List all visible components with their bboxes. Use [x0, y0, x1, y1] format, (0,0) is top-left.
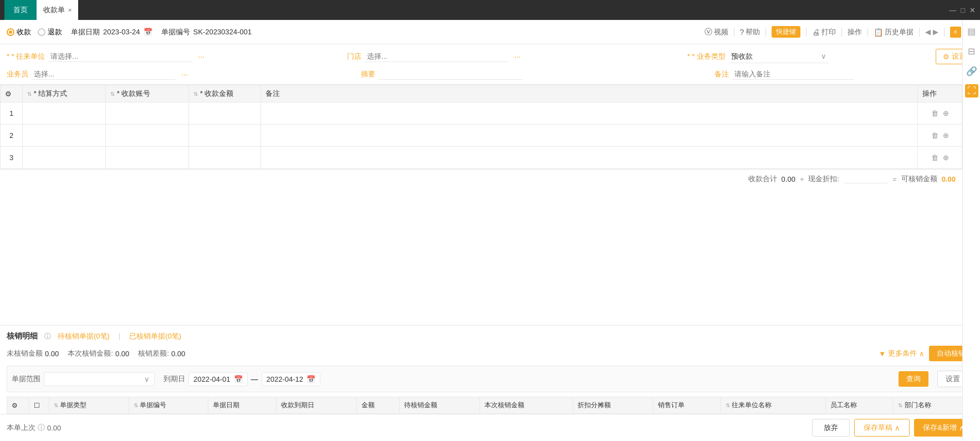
draft-arrow-icon: ∧: [895, 424, 900, 432]
row-2-settle[interactable]: [23, 125, 106, 147]
row-3-amount[interactable]: [189, 147, 261, 169]
row-1-action: 🗑 ⊕: [918, 102, 962, 125]
draft-button[interactable]: 保存草稿 ∧: [854, 419, 910, 437]
shop-input[interactable]: [365, 51, 509, 62]
row-1-settle[interactable]: [23, 102, 106, 125]
partner-input[interactable]: [48, 51, 192, 62]
bt-col-staff: 员工名称: [825, 397, 893, 414]
hx-tabs: 待核销单据(0笔) | 已核销单据(0笔): [58, 331, 181, 341]
bottom-info: 本单上次 ⓘ 0.00: [7, 423, 61, 433]
window-controls: — □ ✕: [949, 6, 976, 14]
col-amount-label: * 收款金额: [200, 89, 234, 98]
row-1-account[interactable]: [106, 102, 189, 125]
date-value: 2023-03-24: [103, 28, 140, 36]
row-2-delete-icon[interactable]: 🗑: [931, 131, 938, 140]
hx-search-row: 单据范围 ∨ 到期日 2022-04-01 📅 — 2022-04-12 📅 查: [7, 366, 973, 392]
row-1-amount[interactable]: [189, 102, 261, 125]
layout-btn-list[interactable]: ≡: [950, 27, 961, 38]
radio-receipt[interactable]: 收款: [7, 27, 31, 37]
summary-input[interactable]: [379, 69, 523, 80]
hx-tab-pending[interactable]: 待核销单据(0笔): [58, 331, 110, 341]
row-3-remark[interactable]: [261, 147, 918, 169]
tab-bar: 首页 收款单 × — □ ✕: [0, 0, 980, 20]
bottom-info-icon[interactable]: ⓘ: [38, 423, 45, 433]
query-btn[interactable]: 查询: [899, 371, 928, 387]
hx-tab-done[interactable]: 已核销单据(0笔): [129, 331, 181, 341]
receipt-table-container: ⚙ ⇅ * 结算方式 ⇅ * 收款账号 ⇅ * 收款金额: [0, 85, 980, 169]
remark-input[interactable]: [732, 69, 854, 80]
radio-receipt-label: 收款: [17, 27, 31, 37]
biz-type-select[interactable]: 预收款 ∨: [729, 50, 829, 63]
discount-input[interactable]: [844, 175, 888, 183]
tab-close-icon[interactable]: ×: [68, 7, 72, 13]
date-calendar-icon[interactable]: 📅: [144, 28, 152, 36]
nav-arrows[interactable]: ◀ ▶: [925, 28, 938, 36]
sidebar-expand-icon[interactable]: ⛶: [965, 84, 978, 98]
staff-input[interactable]: [32, 69, 176, 80]
discount-label: 现金折扣:: [808, 174, 839, 184]
current-stat: 本次核销金额: 0.00: [68, 348, 129, 358]
row-2-amount[interactable]: [189, 125, 261, 147]
date-to-input[interactable]: 2022-04-12 📅: [262, 372, 321, 386]
date-from-calendar-icon[interactable]: 📅: [234, 375, 243, 383]
bt-col-gear[interactable]: ⚙: [7, 397, 29, 414]
shortcut-btn[interactable]: 快捷键: [772, 26, 800, 38]
divider1: [734, 28, 734, 37]
col-account-label: * 收款账号: [117, 89, 151, 98]
equal-sign: =: [892, 175, 897, 183]
row-3-delete-icon[interactable]: 🗑: [931, 153, 938, 162]
total-value: 0.00: [782, 175, 795, 183]
video-label: 视频: [714, 27, 728, 37]
bt-col-check[interactable]: ☐: [29, 397, 49, 414]
video-icon: ⓥ: [705, 27, 712, 37]
history-btn[interactable]: 📋 历史单据: [874, 27, 913, 37]
shop-more-icon[interactable]: ···: [514, 52, 521, 61]
maximize-icon[interactable]: □: [961, 6, 965, 14]
abandon-button[interactable]: 放弃: [812, 419, 850, 437]
row-2-copy-icon[interactable]: ⊕: [943, 131, 949, 140]
row-1-num: 1: [1, 102, 23, 125]
row-3-copy-icon[interactable]: ⊕: [943, 153, 949, 162]
col-gear-header[interactable]: ⚙: [1, 85, 23, 102]
row-1-copy-icon[interactable]: ⊕: [943, 109, 949, 117]
partner-more-icon[interactable]: ···: [198, 52, 205, 61]
row-2-remark[interactable]: [261, 125, 918, 147]
date-range-field: 到期日 2022-04-01 📅 — 2022-04-12 📅: [164, 372, 320, 386]
video-btn[interactable]: ⓥ 视频: [705, 27, 728, 37]
row-1-delete-icon[interactable]: 🗑: [931, 109, 938, 117]
help-btn[interactable]: ? 帮助: [740, 27, 760, 37]
col-settle-label: * 结算方式: [34, 89, 68, 98]
sidebar-list-icon[interactable]: ⊟: [965, 44, 978, 58]
staff-more-icon[interactable]: ···: [181, 70, 188, 79]
hx-info-icon[interactable]: ⓘ: [44, 332, 51, 341]
row-2-account[interactable]: [106, 125, 189, 147]
row-3-actions: 🗑 ⊕: [922, 153, 957, 162]
sidebar-table-icon[interactable]: ▤: [965, 24, 978, 38]
print-btn[interactable]: 🖨 打印: [812, 27, 836, 37]
more-filter-btn[interactable]: ▼ 更多条件 ∧: [879, 348, 925, 358]
divider3: [806, 28, 807, 37]
tab-current[interactable]: 收款单 ×: [37, 0, 78, 20]
row-3-settle[interactable]: [23, 147, 106, 169]
row-2-num: 2: [1, 125, 23, 147]
unchecked-stat: 未核销金额 0.00: [7, 348, 59, 358]
row-1-remark[interactable]: [261, 102, 918, 125]
operation-btn[interactable]: 操作: [848, 27, 862, 37]
close-icon[interactable]: ✕: [969, 6, 976, 14]
unchecked-label: 未核销金额: [7, 348, 43, 358]
search-range-arrow: ∨: [144, 375, 150, 383]
divider6: [919, 28, 920, 37]
date-from-input[interactable]: 2022-04-01 📅: [188, 372, 248, 386]
row-2-action: 🗑 ⊕: [918, 125, 962, 147]
save-label: 保存&新增: [923, 423, 957, 433]
row-3-action: 🗑 ⊕: [918, 147, 962, 169]
row-3-account[interactable]: [106, 147, 189, 169]
tab-home[interactable]: 首页: [4, 0, 37, 20]
sidebar-link-icon[interactable]: 🔗: [965, 64, 978, 78]
hx-section: 核销明细 ⓘ 待核销单据(0笔) | 已核销单据(0笔) 未核销金额 0.00 …: [0, 325, 980, 414]
search-range-select[interactable]: ∨: [44, 372, 155, 386]
date-to-calendar-icon[interactable]: 📅: [307, 375, 315, 383]
col-action-header: 操作: [918, 85, 962, 102]
minimize-icon[interactable]: —: [949, 6, 956, 14]
radio-refund[interactable]: 退款: [38, 27, 62, 37]
